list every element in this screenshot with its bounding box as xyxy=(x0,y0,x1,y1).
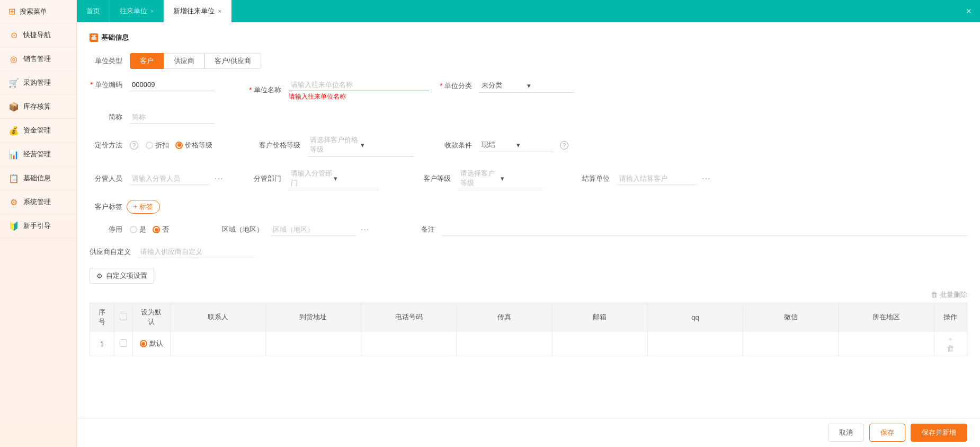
custom-settings-button[interactable]: ⚙ 自定义项设置 xyxy=(90,268,154,284)
radio-no[interactable]: 否 xyxy=(153,225,169,234)
tab-home-label: 首页 xyxy=(86,6,100,16)
quick-nav-icon: ⊙ xyxy=(8,30,19,40)
sidebar-item-basic-info[interactable]: 📋 基础信息 xyxy=(0,166,76,190)
batch-delete-area: 🗑 批量删除 xyxy=(90,290,967,300)
payment-terms-select[interactable]: 现结 ▾ xyxy=(479,138,554,152)
area-input[interactable] xyxy=(844,338,929,350)
contacts-table: 序号 设为默认 联系人 到货地址 电话号码 传真 邮箱 qq 微信 所在地区 操… xyxy=(90,303,967,356)
wechat-input[interactable] xyxy=(749,338,833,350)
cell-qq[interactable] xyxy=(647,331,743,356)
gear-icon: ⚙ xyxy=(96,272,103,280)
tab-new-partner-close[interactable]: × xyxy=(218,8,221,14)
address-input[interactable] xyxy=(271,338,355,350)
tab-partners[interactable]: 往来单位 × xyxy=(110,0,164,22)
sidebar-item-finance[interactable]: 💰 资金管理 xyxy=(0,119,76,143)
cell-wechat[interactable] xyxy=(743,331,839,356)
pricing-help-icon[interactable]: ? xyxy=(130,141,138,150)
radio-yes[interactable]: 是 xyxy=(130,225,146,234)
header-checkbox[interactable] xyxy=(120,313,127,320)
sidebar-item-sales[interactable]: ◎ 销售管理 xyxy=(0,47,76,71)
sidebar-item-label: 库存核算 xyxy=(23,102,51,111)
payment-terms-arrow: ▾ xyxy=(516,141,551,149)
sidebar-item-purchase[interactable]: 🛒 采购管理 xyxy=(0,71,76,95)
cell-email[interactable] xyxy=(552,331,647,356)
customer-level-select[interactable]: 请选择客户等级 ▾ xyxy=(458,166,543,190)
payment-terms-value: 现结 xyxy=(482,140,516,150)
sales-icon: ◎ xyxy=(8,54,19,64)
sidebar-search[interactable]: ⊞ 搜索菜单 xyxy=(0,0,76,23)
save-and-new-button[interactable]: 保存并新增 xyxy=(911,424,967,442)
sidebar-item-quick-nav[interactable]: ⊙ 快捷导航 xyxy=(0,23,76,47)
unit-code-input[interactable] xyxy=(130,78,215,91)
short-name-input[interactable] xyxy=(130,111,215,124)
region-input[interactable] xyxy=(271,223,355,236)
unit-category-label: 单位分类 xyxy=(439,81,476,91)
cell-phone[interactable] xyxy=(361,331,457,356)
qq-input[interactable] xyxy=(653,338,737,350)
email-input[interactable] xyxy=(558,338,642,350)
cell-address[interactable] xyxy=(265,331,361,356)
sidebar-item-system[interactable]: ⚙ 系统管理 xyxy=(0,190,76,214)
radio-price-level[interactable]: 价格等级 xyxy=(175,141,212,150)
cell-contact[interactable] xyxy=(170,331,265,356)
add-row-btn[interactable]: ＋ xyxy=(947,335,954,343)
sidebar-item-operations[interactable]: 📊 经营管理 xyxy=(0,143,76,166)
window-close-button[interactable]: × xyxy=(957,6,980,17)
radio-discount[interactable]: 折扣 xyxy=(146,141,169,150)
settlement-unit-input[interactable] xyxy=(617,172,697,185)
col-default: 设为默认 xyxy=(132,303,170,331)
region-more-btn[interactable]: ··· xyxy=(359,225,371,234)
radio-yes-circle xyxy=(130,226,137,233)
operations-icon: 📊 xyxy=(8,149,19,160)
cancel-button[interactable]: 取消 xyxy=(828,424,864,442)
default-radio[interactable]: 默认 xyxy=(138,339,165,348)
manager-field: 分管人员 ··· xyxy=(90,172,248,185)
tab-partners-close[interactable]: × xyxy=(150,8,154,14)
price-level-placeholder: 请选择客户价格等级 xyxy=(310,135,361,154)
save-button[interactable]: 保存 xyxy=(869,424,905,442)
settlement-more-btn[interactable]: ··· xyxy=(700,174,712,183)
btn-type-both[interactable]: 客户/供应商 xyxy=(204,53,261,69)
disable-region-row: 停用 是 否 区域（地区） ··· xyxy=(90,223,967,236)
price-level-select[interactable]: 请选择客户价格等级 ▾ xyxy=(308,133,414,157)
sidebar-item-guide[interactable]: 🔰 新手引导 xyxy=(0,214,76,238)
supplier-custom-input[interactable] xyxy=(138,246,255,258)
guide-icon: 🔰 xyxy=(8,221,19,231)
sidebar-item-label: 采购管理 xyxy=(23,78,51,87)
customer-level-arrow: ▾ xyxy=(501,174,541,182)
col-email: 邮箱 xyxy=(552,303,647,331)
btn-type-supplier[interactable]: 供应商 xyxy=(164,53,204,69)
short-name-field: 简称 xyxy=(90,111,248,124)
code-name-category-row: 单位编码 单位名称 请输入往来单位名称 单位分类 未分类 ▾ xyxy=(90,78,967,101)
unit-category-select[interactable]: 未分类 ▾ xyxy=(479,78,575,93)
batch-delete-label[interactable]: 批量删除 xyxy=(940,291,967,299)
unit-type-btn-group: 客户 供应商 客户/供应商 xyxy=(130,53,261,69)
supplier-custom-field: 供应商自定义 xyxy=(90,246,301,258)
col-actions: 操作 xyxy=(934,303,967,331)
tab-home[interactable]: 首页 xyxy=(77,0,110,22)
add-tag-button[interactable]: + 标签 xyxy=(127,200,160,214)
radio-discount-label: 折扣 xyxy=(155,141,169,150)
cell-fax[interactable] xyxy=(457,331,552,356)
unit-name-input[interactable] xyxy=(289,78,429,91)
footer-bar: 取消 保存 保存并新增 xyxy=(77,418,980,447)
manager-more-btn[interactable]: ··· xyxy=(212,174,225,183)
sidebar-item-inventory[interactable]: 📦 库存核算 xyxy=(0,95,76,119)
manager-input[interactable] xyxy=(130,172,209,185)
col-checkbox xyxy=(114,303,132,331)
unit-name-error: 请输入往来单位名称 xyxy=(289,92,429,101)
tab-new-partner[interactable]: 新增往来单位 × xyxy=(164,0,231,22)
phone-input[interactable] xyxy=(367,338,451,350)
contact-input[interactable] xyxy=(176,338,260,350)
unit-name-label: 单位名称 xyxy=(248,85,286,95)
fax-input[interactable] xyxy=(462,338,546,350)
cell-area[interactable] xyxy=(839,331,934,356)
department-select[interactable]: 请输入分管部门 ▾ xyxy=(289,166,379,190)
row-checkbox[interactable] xyxy=(120,339,127,347)
col-address: 到货地址 xyxy=(265,303,361,331)
tab-bar: 首页 往来单位 × 新增往来单位 × × xyxy=(77,0,980,22)
btn-type-customer[interactable]: 客户 xyxy=(130,53,164,69)
remark-input[interactable] xyxy=(442,223,967,236)
payment-help-icon[interactable]: ? xyxy=(560,141,568,150)
delete-row-btn[interactable]: 🗑 xyxy=(947,344,954,353)
